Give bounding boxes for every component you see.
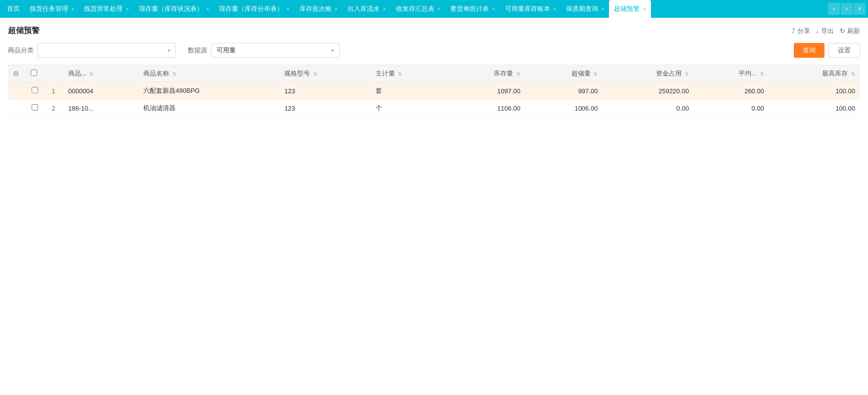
nav-tab-8[interactable]: 要货单统计表 × bbox=[445, 0, 500, 18]
nav-tab-4[interactable]: 现存量（库存分布表） × bbox=[214, 0, 294, 18]
nav-tab-2-close[interactable]: × bbox=[126, 6, 129, 12]
nav-arrow-more[interactable]: × bbox=[854, 3, 866, 15]
nav-tab-9-close[interactable]: × bbox=[553, 6, 556, 12]
refresh-icon: ↻ bbox=[840, 27, 845, 35]
nav-tab-2[interactable]: 拣货异常处理 × bbox=[79, 0, 133, 18]
nav-tab-2-label: 拣货异常处理 bbox=[84, 4, 123, 13]
title-actions: ⤴ 分享 ↓ 导出 ↻ 刷新 bbox=[792, 27, 861, 36]
row-num-cell: 2 bbox=[43, 100, 63, 117]
nav-tab-5-label: 库存批次账 bbox=[300, 4, 332, 13]
filter-datasource: 数据源 可用量 ▾ bbox=[188, 43, 340, 58]
nav-tab-3-close[interactable]: × bbox=[206, 6, 209, 12]
nav-tab-1-close[interactable]: × bbox=[71, 6, 74, 12]
row-avg: 260.00 bbox=[694, 82, 769, 100]
nav-tab-active-close[interactable]: × bbox=[643, 6, 646, 12]
nav-tab-active[interactable]: 超储预警 × bbox=[609, 0, 651, 18]
top-navigation: 首页 拣货任务管理 × 拣货异常处理 × 现存量（库存状况表） × 现存量（库存… bbox=[0, 0, 868, 18]
export-icon: ↓ bbox=[816, 27, 820, 35]
sort-icon-capital: ⇅ bbox=[685, 72, 689, 77]
datasource-select[interactable]: 可用量 ▾ bbox=[211, 43, 340, 58]
col-header-unit[interactable]: 主计量 ⇅ bbox=[371, 65, 448, 82]
share-icon: ⤴ bbox=[792, 27, 795, 35]
row-checkbox-0[interactable] bbox=[32, 87, 38, 93]
export-button[interactable]: ↓ 导出 bbox=[816, 27, 834, 36]
nav-arrow-left[interactable]: ‹ bbox=[828, 3, 840, 15]
row-product-code: 186-10... bbox=[63, 100, 138, 117]
col-header-product-name[interactable]: 商品名称 ⇅ bbox=[138, 65, 279, 82]
col-product-code-label: 商品... bbox=[68, 70, 87, 77]
nav-tab-home[interactable]: 首页 bbox=[2, 0, 25, 18]
row-capital: 259220.00 bbox=[603, 82, 694, 100]
nav-tab-1[interactable]: 拣货任务管理 × bbox=[25, 0, 79, 18]
nav-tab-10-label: 保质期查询 bbox=[566, 4, 598, 13]
row-num-cell: 1 bbox=[43, 82, 63, 100]
export-label: 导出 bbox=[821, 27, 834, 36]
row-product-name: 机油滤清器 bbox=[138, 100, 279, 117]
datasource-select-value: 可用量 bbox=[217, 46, 236, 55]
col-overstock-label: 超储量 bbox=[571, 70, 591, 77]
nav-tab-5[interactable]: 库存批次账 × bbox=[295, 0, 343, 18]
nav-tab-10-close[interactable]: × bbox=[601, 6, 604, 12]
table-row: 2 186-10... 机油滤清器 123 个 1106.00 1006.00 … bbox=[8, 100, 860, 117]
col-header-spec[interactable]: 规格型号 ⇅ bbox=[279, 65, 370, 82]
row-checkbox-cell bbox=[26, 82, 43, 100]
nav-tab-5-close[interactable]: × bbox=[335, 6, 338, 12]
sort-icon-avg: ⇅ bbox=[760, 72, 764, 77]
sort-icon-product-name: ⇅ bbox=[173, 72, 176, 77]
col-product-name-label: 商品名称 bbox=[143, 70, 169, 77]
refresh-button[interactable]: ↻ 刷新 bbox=[840, 27, 860, 36]
nav-tab-6[interactable]: 出入库流水 × bbox=[343, 0, 391, 18]
nav-tab-8-close[interactable]: × bbox=[492, 6, 495, 12]
row-unit: 个 bbox=[371, 100, 448, 117]
table-settings-icon[interactable]: ⚙ bbox=[13, 70, 19, 78]
nav-tab-8-label: 要货单统计表 bbox=[450, 4, 489, 13]
nav-tab-6-label: 出入库流水 bbox=[347, 4, 380, 13]
row-max-stock: 100.00 bbox=[769, 100, 860, 117]
nav-tab-4-close[interactable]: × bbox=[286, 6, 289, 12]
nav-tab-6-close[interactable]: × bbox=[383, 6, 386, 12]
nav-tab-3[interactable]: 现存量（库存状况表） × bbox=[134, 0, 214, 18]
col-header-max-stock[interactable]: 最高库存 ⇅ bbox=[769, 65, 860, 82]
nav-arrows: ‹ › × bbox=[827, 3, 866, 15]
datasource-chevron-icon: ▾ bbox=[331, 47, 334, 54]
nav-tab-7-label: 收发存汇总表 bbox=[396, 4, 434, 13]
col-spec-label: 规格型号 bbox=[284, 70, 310, 77]
page-title-row: 超储预警 ⤴ 分享 ↓ 导出 ↻ 刷新 bbox=[8, 26, 860, 36]
sort-icon-spec: ⇅ bbox=[313, 72, 317, 77]
col-capital-label: 资金占用 bbox=[656, 70, 682, 77]
row-overstock: 1006.00 bbox=[525, 100, 603, 117]
nav-tab-9[interactable]: 可用量库存账本 × bbox=[500, 0, 561, 18]
row-checkbox-1[interactable] bbox=[32, 104, 38, 111]
col-max-stock-label: 最高库存 bbox=[822, 70, 848, 77]
col-unit-label: 主计量 bbox=[376, 70, 395, 77]
row-spec: 123 bbox=[279, 82, 370, 100]
settings-filter-button[interactable]: 设置 bbox=[828, 43, 860, 58]
table-row: 1 0000004 六配套新昌490BPG 123 套 1097.00 997.… bbox=[8, 82, 860, 100]
page-container: 超储预警 ⤴ 分享 ↓ 导出 ↻ 刷新 商品分类 ▾ 数据源 bbox=[0, 18, 868, 395]
category-select[interactable]: ▾ bbox=[38, 43, 176, 58]
row-settings-cell bbox=[8, 82, 26, 100]
col-header-overstock[interactable]: 超储量 ⇅ bbox=[525, 65, 603, 82]
col-header-product-code[interactable]: 商品... ⇅ bbox=[63, 65, 138, 82]
category-label: 商品分类 bbox=[8, 46, 34, 55]
select-all-checkbox[interactable] bbox=[31, 70, 37, 76]
share-label: 分享 bbox=[797, 27, 810, 36]
row-unit: 套 bbox=[371, 82, 448, 100]
filter-actions: 查询 设置 bbox=[794, 43, 860, 58]
col-header-avg[interactable]: 平均... ⇅ bbox=[694, 65, 769, 82]
nav-tab-7-close[interactable]: × bbox=[437, 6, 440, 12]
nav-tab-7[interactable]: 收发存汇总表 × bbox=[391, 0, 445, 18]
query-button[interactable]: 查询 bbox=[794, 43, 825, 58]
nav-tab-10[interactable]: 保质期查询 × bbox=[561, 0, 609, 18]
refresh-label: 刷新 bbox=[847, 27, 860, 36]
row-capital: 0.00 bbox=[603, 100, 694, 117]
col-header-stock[interactable]: 库存量 ⇅ bbox=[448, 65, 525, 82]
row-checkbox-cell bbox=[26, 100, 43, 117]
nav-arrow-right[interactable]: › bbox=[841, 3, 853, 15]
sort-icon-overstock: ⇅ bbox=[594, 72, 598, 77]
nav-tab-4-label: 现存量（库存分布表） bbox=[219, 4, 283, 13]
share-button[interactable]: ⤴ 分享 bbox=[792, 27, 810, 36]
col-header-capital[interactable]: 资金占用 ⇅ bbox=[603, 65, 694, 82]
nav-tab-1-label: 拣货任务管理 bbox=[30, 4, 68, 13]
col-header-checkbox bbox=[26, 65, 43, 82]
